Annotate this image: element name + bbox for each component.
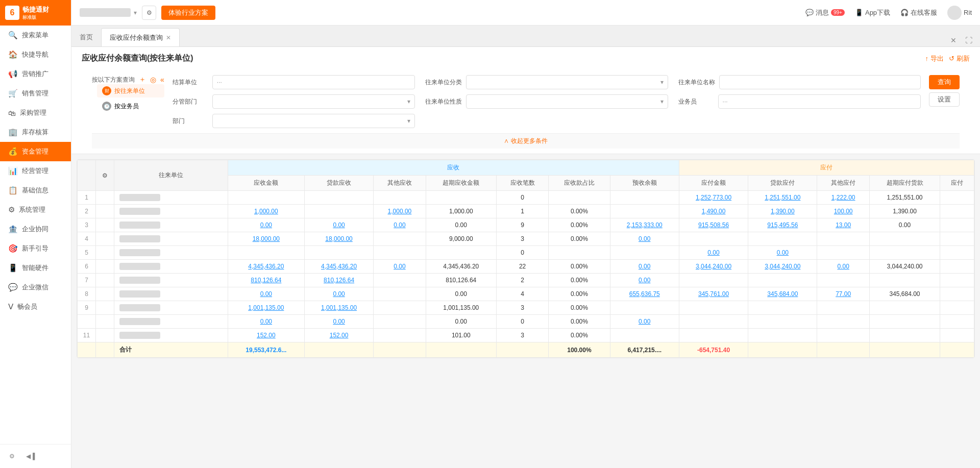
dept-input[interactable]: ▾ bbox=[212, 114, 415, 128]
tab-home[interactable]: 首页 bbox=[71, 28, 101, 46]
cell-ar-ratio bbox=[549, 191, 610, 205]
tab-ar-ap[interactable]: 应收应付余额查询 ✕ bbox=[101, 28, 180, 46]
cell-ap-loan bbox=[748, 232, 817, 246]
cell-ap-note bbox=[940, 315, 974, 329]
messages-badge: 99+ bbox=[831, 9, 845, 16]
cell-settings bbox=[96, 232, 114, 246]
partner-category-input[interactable]: ▾ bbox=[466, 75, 668, 89]
sidebar-item-label: 基础信息 bbox=[22, 186, 48, 195]
cell-ap-overdue: 1,390.00 bbox=[869, 205, 940, 218]
cell-ap-overdue: 0.00 bbox=[869, 218, 940, 232]
refresh-button[interactable]: ↺ 刷新 bbox=[949, 54, 970, 63]
cell-ar-loan bbox=[304, 246, 373, 260]
sidebar-item-fund[interactable]: 💰 资金管理 bbox=[0, 142, 71, 161]
sidebar-item-member[interactable]: Ⅴ 畅会员 bbox=[0, 297, 71, 316]
cell-ap-amount bbox=[679, 315, 748, 329]
cell-ap-amount: 345,761.00 bbox=[679, 287, 748, 301]
settings-gear-button[interactable]: ⚙ bbox=[142, 6, 156, 20]
add-scheme-button[interactable]: ＋ bbox=[139, 75, 146, 84]
by-salesman-label: 按业务员 bbox=[114, 102, 139, 111]
settlement-unit-input[interactable]: ··· bbox=[212, 75, 415, 89]
search-icon: 🔍 bbox=[8, 31, 18, 40]
tab-maximize-button[interactable]: ⛶ bbox=[963, 34, 975, 46]
branch-dept-input[interactable]: ▾ bbox=[212, 94, 415, 109]
cell-ar-overdue: 0.00 bbox=[426, 315, 496, 329]
cell-ar-prepaid: 2,153,333.00 bbox=[610, 218, 679, 232]
tab-close-button[interactable]: ✕ bbox=[947, 34, 960, 46]
col-ap-note: 应付 bbox=[940, 176, 974, 191]
cell-settings bbox=[96, 205, 114, 218]
sidebar-item-hardware[interactable]: 📱 智能硬件 bbox=[0, 258, 71, 278]
cell-ar-other bbox=[374, 329, 426, 342]
cell-ap-loan: 1,390.00 bbox=[748, 205, 817, 218]
cell-no: 9 bbox=[78, 301, 96, 315]
export-button[interactable]: ↑ 导出 bbox=[925, 54, 944, 63]
phone-icon: 📱 bbox=[855, 9, 863, 16]
sidebar-item-wechat[interactable]: 💬 企业微信 bbox=[0, 278, 71, 297]
filter-field-dept: 部门 ▾ bbox=[173, 114, 415, 128]
partner-nature-input[interactable]: ▾ bbox=[466, 94, 668, 109]
cell-ar-overdue: 101.00 bbox=[426, 329, 496, 342]
col-ar-other: 其他应收 bbox=[374, 176, 426, 191]
settings-button[interactable]: 设置 bbox=[929, 92, 960, 107]
cell-ar-loan bbox=[304, 191, 373, 205]
cell-ar-other bbox=[374, 274, 426, 287]
user-avatar[interactable]: Rit bbox=[947, 6, 972, 20]
sidebar-item-operation[interactable]: 📊 经营管理 bbox=[0, 161, 71, 181]
tab-close-icon[interactable]: ✕ bbox=[166, 34, 171, 41]
footer-label: 合计 bbox=[114, 342, 228, 358]
marketing-icon: 📢 bbox=[8, 69, 18, 79]
cell-ar-count: 0 bbox=[496, 246, 548, 260]
sidebar-collapse-button[interactable]: ◀▐ bbox=[23, 450, 38, 463]
cell-ar-count: 3 bbox=[496, 329, 548, 342]
sidebar-item-quicknav[interactable]: 🏠 快捷导航 bbox=[0, 45, 71, 64]
sidebar-item-corp[interactable]: 🏦 企业协同 bbox=[0, 219, 71, 239]
cell-ap-overdue: 3,044,240.00 bbox=[869, 260, 940, 274]
sidebar-item-inventory[interactable]: 🏢 库存核算 bbox=[0, 122, 71, 142]
messages-button[interactable]: 💬 消息 99+ bbox=[805, 8, 845, 17]
filter-option-by-salesman[interactable]: 🕐 按业务员 bbox=[97, 100, 164, 113]
promo-button[interactable]: 体验行业方案 bbox=[161, 6, 215, 20]
collapse-bar[interactable]: ∧ 收起更多条件 bbox=[92, 133, 960, 149]
table-footer: 合计 19,553,472.6... 100.00% 6,417,215....… bbox=[78, 342, 974, 358]
cell-ar-loan: 18,000.00 bbox=[304, 232, 373, 246]
query-button[interactable]: 查询 bbox=[929, 75, 960, 89]
cell-ap-overdue bbox=[869, 246, 940, 260]
col-no-header bbox=[78, 160, 96, 191]
sidebar-item-guide[interactable]: 🎯 新手引导 bbox=[0, 239, 71, 258]
scheme-collapse-button[interactable]: « bbox=[160, 76, 164, 84]
cell-ar-other: 1,000.00 bbox=[374, 205, 426, 218]
cell-ap-note bbox=[940, 246, 974, 260]
salesman-input[interactable]: ··· bbox=[718, 94, 921, 109]
sidebar-item-basic[interactable]: 📋 基础信息 bbox=[0, 181, 71, 200]
filter-options-panel: 按以下方案查询 ＋ ◎ « 财 按往来单位 🕐 bbox=[92, 75, 164, 113]
brand-text: 畅捷通财 标准版 bbox=[22, 5, 49, 21]
scheme-settings-button[interactable]: ◎ bbox=[150, 76, 156, 84]
cell-ap-other bbox=[817, 232, 869, 246]
sidebar-item-search[interactable]: 🔍 搜索菜单 bbox=[0, 26, 71, 45]
app-download-button[interactable]: 📱 App下载 bbox=[855, 8, 890, 17]
filter-option-by-partner[interactable]: 财 按往来单位 bbox=[97, 84, 164, 97]
cell-ar-ratio: 0.00% bbox=[549, 205, 610, 218]
dots-icon: ··· bbox=[217, 79, 222, 86]
customer-service-button[interactable]: 🎧 在线客服 bbox=[900, 8, 937, 17]
col-settings-header[interactable]: ⚙ bbox=[96, 160, 114, 191]
partner-name-input[interactable] bbox=[719, 75, 921, 89]
cell-ar-amount: 1,000.00 bbox=[228, 205, 304, 218]
cell-ap-amount: 0.00 bbox=[679, 246, 748, 260]
cell-ar-count: 9 bbox=[496, 218, 548, 232]
sidebar-item-purchase[interactable]: 🛍 采购管理 bbox=[0, 103, 71, 122]
cell-ar-overdue bbox=[426, 191, 496, 205]
sidebar-item-system[interactable]: ⚙ 系统管理 bbox=[0, 200, 71, 219]
sidebar-item-label: 搜索菜单 bbox=[22, 31, 48, 40]
sidebar-item-sales[interactable]: 🛒 销售管理 bbox=[0, 84, 71, 103]
cell-ar-prepaid: 0.00 bbox=[610, 260, 679, 274]
cell-ar-loan: 0.00 bbox=[304, 218, 373, 232]
cell-ar-count: 22 bbox=[496, 260, 548, 274]
cell-no: 1 bbox=[78, 191, 96, 205]
table-row: 3 0.00 0.00 0.00 0.00 9 0.00% 2,153,333.… bbox=[78, 218, 974, 232]
filter-options: 财 按往来单位 🕐 按业务员 bbox=[97, 84, 164, 113]
sidebar-item-marketing[interactable]: 📢 营销推广 bbox=[0, 64, 71, 84]
sidebar-settings-button[interactable]: ⚙ bbox=[6, 450, 18, 463]
cell-ar-other: 0.00 bbox=[374, 260, 426, 274]
